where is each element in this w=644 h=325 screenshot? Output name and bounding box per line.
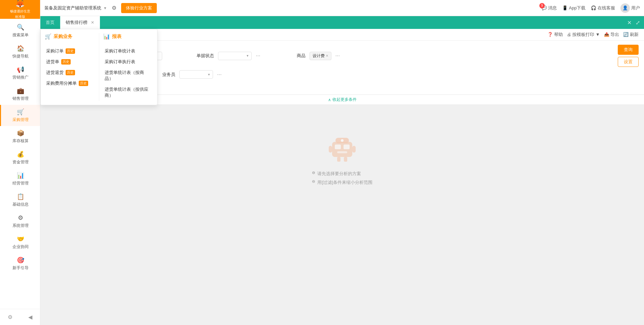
tab-home[interactable]: 首页 <box>40 16 60 29</box>
basic-info-icon: 📋 <box>17 193 24 200</box>
notification-label: 消息 <box>548 5 557 11</box>
refresh-icon: 🔄 <box>623 32 629 37</box>
sidebar-label-inventory: 库存核算 <box>12 138 29 144</box>
menu-item-incoming-stat-supplier[interactable]: 进货单统计表（按供应商） <box>103 84 153 101</box>
help-btn[interactable]: ❓ 帮助 <box>547 32 563 38</box>
sidebar-item-purchase[interactable]: 🛒 采购管理 <box>0 105 40 126</box>
empty-tips: 请先选择要分析的方案 用[过滤]条件来缩小分析范围 <box>312 171 372 186</box>
export-btn[interactable]: 📤 导出 <box>604 32 619 38</box>
print-dropdown-icon[interactable]: ▼ <box>596 32 600 37</box>
collapse-icon: ∧ <box>328 97 331 102</box>
menu-item-incoming[interactable]: 进货单 历史 <box>45 56 95 67</box>
menu-item-purchase-order-exec[interactable]: 采购订单执行表 <box>103 56 153 67</box>
empty-state: 请先选择要分析的方案 用[过滤]条件来缩小分析范围 <box>40 105 644 212</box>
tab-sales-rank[interactable]: 销售排行榜 ✕ <box>60 16 100 29</box>
product-tag-label: 设计费 <box>313 53 325 59</box>
sidebar-item-search[interactable]: 🔍 搜索菜单 <box>0 20 40 41</box>
empty-tip-1: 请先选择要分析的方案 <box>312 171 372 177</box>
tab-close-icon[interactable]: ✕ <box>91 20 94 25</box>
notification-badge: 9 <box>539 3 545 8</box>
purchase-order-label: 采购订单 <box>46 48 64 54</box>
query-button[interactable]: 查询 <box>618 45 639 55</box>
tabbar: 首页 销售排行榜 ✕ ✕ ⤢ <box>40 16 644 29</box>
industry-btn[interactable]: 体验行业方案 <box>121 3 157 13</box>
sidebar-item-quick-nav[interactable]: 🏠 快捷导航 <box>0 41 40 63</box>
sidebar-item-system[interactable]: ⚙ 系统管理 <box>0 211 40 232</box>
window-expand-icon[interactable]: ⤢ <box>634 18 641 27</box>
collapse-sidebar-icon[interactable]: ◀ <box>27 313 34 322</box>
salesperson-select[interactable] <box>179 70 213 79</box>
sidebar-item-enterprise[interactable]: 🤝 企业协同 <box>0 232 40 253</box>
online-service-btn[interactable]: 🎧 在线客服 <box>591 5 615 11</box>
sidebar-item-finance[interactable]: 💰 资金管理 <box>0 147 40 168</box>
export-label: 导出 <box>610 32 619 37</box>
purchase-dropdown-menu: 🛒 采购业务 采购订单 历史 进货单 历史 进货退货 历史 采购费用分摊单 历史… <box>40 29 157 105</box>
purchase-icon: 🛒 <box>17 108 24 116</box>
settings-footer-icon[interactable]: ⚙ <box>6 313 14 322</box>
sidebar-item-sales[interactable]: 💼 销售管理 <box>0 84 40 105</box>
sidebar-label-system: 系统管理 <box>12 223 29 229</box>
menu-item-purchase-order[interactable]: 采购订单 历史 <box>45 46 95 56</box>
headset-icon: 🎧 <box>591 5 596 10</box>
sidebar-label-operation: 经营管理 <box>12 180 29 186</box>
logo-icon: 🦊 <box>15 0 25 8</box>
sidebar-item-inventory[interactable]: 📦 库存核算 <box>0 126 40 147</box>
logo-tag: 标准版 <box>15 14 25 19</box>
sidebar-label-enterprise: 企业协同 <box>12 244 29 250</box>
svg-rect-5 <box>352 146 356 153</box>
sidebar-item-basic-info[interactable]: 📋 基础信息 <box>0 190 40 211</box>
print-btn[interactable]: 🖨 按模板打印 ▼ <box>567 32 600 38</box>
gear-icon[interactable]: ⚙ <box>110 3 118 12</box>
incoming-stat-product-label: 进货单统计表（按商品） <box>105 70 152 82</box>
window-close-icon[interactable]: ✕ <box>626 18 633 27</box>
salesperson-more[interactable]: ··· <box>217 72 221 78</box>
refresh-label: 刷新 <box>630 32 639 37</box>
document-status-select[interactable] <box>218 52 252 60</box>
product-more[interactable]: ··· <box>335 53 340 59</box>
notification-btn[interactable]: 💬 9 消息 <box>541 5 557 11</box>
product-tag-remove[interactable]: × <box>326 53 328 58</box>
purchase-order-stat-label: 采购订单统计表 <box>105 48 135 54</box>
document-status-select-wrap <box>218 52 252 60</box>
app-download-btn[interactable]: 📱 App下载 <box>562 5 585 11</box>
svg-rect-7 <box>344 157 347 162</box>
purchase-expense-badge: 历史 <box>79 81 88 86</box>
sidebar-label-finance: 资金管理 <box>12 159 29 165</box>
topbar-dropdown-arrow[interactable]: ▼ <box>103 6 107 10</box>
menu-item-purchase-order-stat[interactable]: 采购订单统计表 <box>103 46 153 56</box>
finance-icon: 💰 <box>17 151 24 158</box>
menu-item-purchase-expense[interactable]: 采购费用分摊单 历史 <box>45 78 95 89</box>
online-service-label: 在线客服 <box>598 5 615 11</box>
menu-section-purchase-title: 🛒 采购业务 <box>45 33 95 42</box>
incoming-return-label: 进货退货 <box>46 70 64 76</box>
document-status-more[interactable]: ··· <box>256 53 260 59</box>
tabbar-actions: ✕ ⤢ <box>626 16 644 29</box>
sidebar-item-operation[interactable]: 📊 经营管理 <box>0 168 40 190</box>
sidebar-label-basic-info: 基础信息 <box>12 202 29 207</box>
menu-item-incoming-stat-product[interactable]: 进货单统计表（按商品） <box>103 67 153 84</box>
svg-rect-2 <box>344 145 350 149</box>
sidebar-nav: 🔍 搜索菜单 🏠 快捷导航 📢 营销推广 💼 销售管理 🛒 采购管理 📦 库存核… <box>0 19 40 309</box>
sidebar-item-marketing[interactable]: 📢 营销推广 <box>0 63 40 84</box>
report-menu-title: 报表 <box>112 34 121 40</box>
empty-tip-2-text: 用[过滤]条件来缩小分析范围 <box>317 179 372 186</box>
refresh-btn[interactable]: 🔄 刷新 <box>623 32 639 38</box>
app-download-label: App下载 <box>569 5 585 11</box>
incoming-return-badge: 历史 <box>66 70 75 75</box>
filter-actions: ❓ 帮助 🖨 按模板打印 ▼ 📤 导出 🔄 刷新 <box>547 32 639 38</box>
guide-icon: 🎯 <box>17 256 24 264</box>
purchase-menu-icon: 🛒 <box>45 33 51 40</box>
sidebar-item-guide[interactable]: 🎯 新手引导 <box>0 253 40 274</box>
menu-section-report-title: 📊 报表 <box>103 33 153 42</box>
user-btn[interactable]: 👤 用户 <box>620 3 640 13</box>
menu-item-incoming-return[interactable]: 进货退货 历史 <box>45 67 95 78</box>
svg-rect-3 <box>337 151 347 153</box>
sidebar-logo: 🦊 畅捷通好生意 标准版 <box>0 0 40 19</box>
sidebar-label-guide: 新手引导 <box>12 265 29 271</box>
topbar: 装备及固定资产辅助管理系统 ▼ ⚙ 体验行业方案 💬 9 消息 📱 App下载 … <box>40 0 644 16</box>
set-button[interactable]: 设置 <box>618 57 639 67</box>
inventory-icon: 📦 <box>17 129 24 137</box>
tab-sales-rank-label: 销售排行榜 <box>66 19 87 26</box>
purchase-menu-title: 采购业务 <box>53 34 72 40</box>
svg-rect-0 <box>332 142 352 157</box>
